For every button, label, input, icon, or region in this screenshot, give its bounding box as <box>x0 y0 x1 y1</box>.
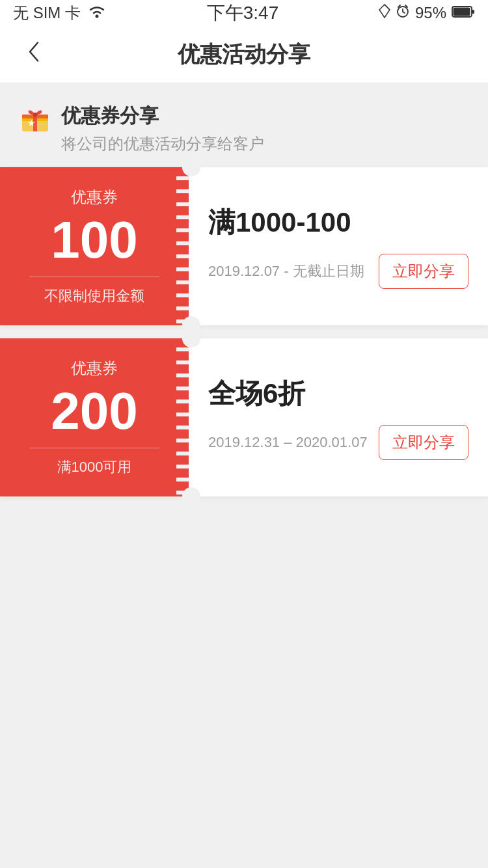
coupon-footer-2: 2019.12.31 – 2020.01.07 立即分享 <box>208 425 468 460</box>
coupon-amount-1: 100 <box>51 214 137 266</box>
coupon-left-1: 优惠券 100 不限制使用金额 <box>0 167 189 325</box>
status-time: 下午3:47 <box>207 1 279 25</box>
coupon-condition-1: 不限制使用金额 <box>44 286 144 306</box>
svg-point-0 <box>96 15 99 18</box>
bottom-area <box>0 522 488 868</box>
coupon-name-1: 满1000-100 <box>208 204 468 241</box>
coupon-divider-1 <box>29 277 159 277</box>
location-icon <box>379 4 390 22</box>
coupon-amount-2: 200 <box>51 385 137 437</box>
share-button-2[interactable]: 立即分享 <box>379 425 468 460</box>
svg-rect-7 <box>454 8 470 16</box>
svg-text:★: ★ <box>27 118 36 128</box>
battery-icon <box>452 4 475 22</box>
coupon-date-1: 2019.12.07 - 无截止日期 <box>208 262 379 281</box>
svg-point-13 <box>33 113 37 116</box>
coupon-divider-2 <box>29 448 159 448</box>
status-right: 95% <box>379 4 475 22</box>
wifi-icon <box>87 4 107 22</box>
coupon-footer-1: 2019.12.07 - 无截止日期 立即分享 <box>208 254 468 289</box>
coupon-right-2: 全场6折 2019.12.31 – 2020.01.07 立即分享 <box>189 338 488 496</box>
section-header: ★ 优惠券分享 将公司的优惠活动分享给客户 <box>0 83 488 167</box>
section-icon: ★ <box>20 103 51 134</box>
coupon-card-2: 优惠券 200 满1000可用 全场6折 2019.12.31 – 2020.0… <box>0 338 488 496</box>
svg-line-3 <box>403 12 405 13</box>
svg-rect-8 <box>472 10 474 14</box>
coupon-right-1: 满1000-100 2019.12.07 - 无截止日期 立即分享 <box>189 167 488 325</box>
share-button-1[interactable]: 立即分享 <box>379 254 468 289</box>
alarm-icon <box>396 4 410 22</box>
nav-bar: 优惠活动分享 <box>0 26 488 83</box>
coupon-date-2: 2019.12.31 – 2020.01.07 <box>208 434 379 451</box>
coupon-condition-2: 满1000可用 <box>57 457 132 477</box>
section-title: 优惠券分享 <box>61 103 264 129</box>
back-button[interactable] <box>20 32 48 77</box>
coupon-label-2: 优惠券 <box>71 358 118 379</box>
section-text: 优惠券分享 将公司的优惠活动分享给客户 <box>61 103 264 154</box>
page-title: 优惠活动分享 <box>178 40 310 70</box>
coupon-label-1: 优惠券 <box>71 187 118 208</box>
status-left: 无 SIM 卡 <box>13 3 107 23</box>
coupon-left-2: 优惠券 200 满1000可用 <box>0 338 189 496</box>
carrier-text: 无 SIM 卡 <box>13 3 81 23</box>
status-bar: 无 SIM 卡 下午3:47 95 <box>0 0 488 26</box>
coupon-name-2: 全场6折 <box>208 375 468 412</box>
coupon-list: 优惠券 100 不限制使用金额 满1000-100 2019.12.07 - 无… <box>0 167 488 522</box>
section-subtitle: 将公司的优惠活动分享给客户 <box>61 133 264 154</box>
coupon-card-1: 优惠券 100 不限制使用金额 满1000-100 2019.12.07 - 无… <box>0 167 488 325</box>
battery-percent: 95% <box>415 4 446 22</box>
